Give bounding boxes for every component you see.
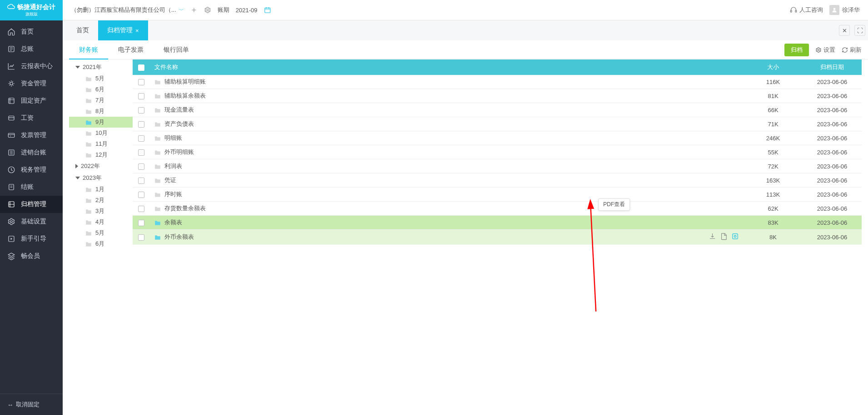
tree-year[interactable]: 2023年 — [69, 172, 133, 184]
download-icon[interactable] — [709, 232, 716, 242]
row-checkbox[interactable] — [138, 192, 144, 198]
row-checkbox[interactable] — [138, 135, 144, 142]
sidebar-item-0[interactable]: 首页 — [0, 23, 63, 40]
svg-rect-12 — [265, 8, 270, 13]
pdf-view-icon[interactable] — [731, 232, 739, 242]
inner-tab-0[interactable]: 财务账 — [69, 40, 108, 59]
calendar-icon[interactable] — [264, 6, 271, 14]
table-row[interactable]: 资产负债表71K2023-06-06 — [133, 117, 862, 131]
close-tab-button[interactable]: ✕ — [839, 25, 850, 36]
company-settings-button[interactable] — [204, 6, 211, 14]
inner-tab-2[interactable]: 银行回单 — [154, 40, 199, 59]
table-row[interactable]: 外币明细账55K2023-06-06 — [133, 145, 862, 159]
svg-rect-3 — [9, 116, 14, 120]
sidebar-item-2[interactable]: 云报表中心 — [0, 58, 63, 75]
tree-month[interactable]: 9月 — [69, 117, 133, 128]
tree-month[interactable]: 3月 — [69, 206, 133, 217]
tree-month[interactable]: 10月 — [69, 128, 133, 138]
file-name: 外币明细账 — [164, 148, 194, 156]
user-menu[interactable]: 徐泽华 — [829, 5, 860, 15]
sidebar-item-13[interactable]: 畅会员 — [0, 247, 63, 265]
table-row[interactable]: 凭证163K2023-06-06 — [133, 173, 862, 188]
row-checkbox[interactable] — [138, 149, 144, 156]
svg-point-9 — [10, 221, 13, 223]
file-size: 163K — [744, 173, 803, 188]
tree-month[interactable]: 5月 — [69, 227, 133, 238]
file-size: 55K — [744, 145, 803, 159]
table-row[interactable]: 现金流量表66K2023-06-06 — [133, 103, 862, 117]
folder-icon — [85, 187, 92, 192]
sidebar-item-label: 新手引导 — [21, 235, 46, 243]
tree-month[interactable]: 7月 — [69, 95, 133, 106]
row-checkbox[interactable] — [138, 107, 144, 114]
sidebar-item-1[interactable]: 总账 — [0, 40, 63, 58]
tree-month[interactable]: 8月 — [69, 106, 133, 117]
row-checkbox[interactable] — [138, 178, 144, 184]
company-selector[interactable]: （勿删）江西服宝精品有限责任公司（... ﹀ — [71, 6, 184, 14]
folder-icon — [85, 98, 92, 103]
col-header-name: 文件名称 — [150, 59, 744, 75]
file-size: 83K — [744, 216, 803, 230]
sidebar-item-10[interactable]: 归档管理 — [0, 196, 63, 213]
pdf-icon[interactable] — [720, 232, 728, 242]
fullscreen-button[interactable]: ⛶ — [854, 25, 865, 36]
row-checkbox[interactable] — [138, 220, 144, 226]
settings-button[interactable]: 设置 — [815, 46, 835, 54]
tree-month[interactable]: 6月 — [69, 238, 133, 249]
table-row[interactable]: 明细账246K2023-06-06 — [133, 131, 862, 145]
close-icon[interactable]: × — [135, 27, 139, 34]
support-link[interactable]: 人工咨询 — [790, 6, 823, 14]
refresh-button[interactable]: 刷新 — [842, 46, 862, 54]
select-all-checkbox[interactable] — [138, 64, 144, 71]
tree-month[interactable]: 2月 — [69, 195, 133, 206]
tree-year[interactable]: 2021年 — [69, 61, 133, 73]
row-checkbox[interactable] — [138, 79, 144, 85]
table-row[interactable]: 外币余额表8K2023-06-06 — [133, 230, 862, 245]
row-checkbox[interactable] — [138, 206, 144, 212]
table-row[interactable]: 余额表83K2023-06-06 — [133, 216, 862, 230]
inner-tab-1[interactable]: 电子发票 — [108, 40, 154, 59]
row-checkbox[interactable] — [138, 121, 144, 128]
caret-down-icon — [75, 177, 80, 179]
sidebar-icon — [7, 97, 15, 105]
file-date: 2023-06-06 — [803, 173, 862, 188]
table-row[interactable]: 序时账113K2023-06-06 — [133, 188, 862, 202]
sidebar-item-5[interactable]: 工资 — [0, 109, 63, 127]
sidebar-item-11[interactable]: 基础设置 — [0, 213, 63, 230]
sidebar-item-12[interactable]: 新手引导 — [0, 230, 63, 247]
tree-month[interactable]: 5月 — [69, 73, 133, 84]
sidebar-item-6[interactable]: 发票管理 — [0, 127, 63, 144]
unpin-sidebar[interactable]: ↔ 取消固定 — [0, 394, 63, 415]
tree-year[interactable]: 2022年 — [69, 160, 133, 172]
tree-month[interactable]: 11月 — [69, 138, 133, 149]
page-tab-0[interactable]: 首页 — [67, 20, 98, 40]
sidebar-item-7[interactable]: 进销台账 — [0, 144, 63, 161]
row-checkbox[interactable] — [138, 234, 144, 241]
tree-month[interactable]: 1月 — [69, 184, 133, 195]
row-checkbox[interactable] — [138, 163, 144, 170]
sidebar-item-label: 固定资产 — [21, 97, 46, 105]
sidebar-item-label: 发票管理 — [21, 131, 46, 139]
svg-rect-16 — [733, 234, 738, 239]
archive-button[interactable]: 归档 — [784, 44, 809, 56]
row-checkbox[interactable] — [138, 93, 144, 99]
sidebar-item-4[interactable]: 固定资产 — [0, 92, 63, 109]
tree-month[interactable]: 4月 — [69, 217, 133, 227]
sidebar-item-8[interactable]: 税务管理 — [0, 161, 63, 178]
avatar-icon — [829, 5, 839, 15]
folder-icon — [85, 119, 92, 125]
sidebar-item-9[interactable]: 结账 — [0, 178, 63, 196]
folder-icon — [85, 198, 92, 203]
table-row[interactable]: 存货数量余额表62K2023-06-06 — [133, 202, 862, 216]
sidebar-item-3[interactable]: 资金管理 — [0, 75, 63, 92]
page-tab-1[interactable]: 归档管理× — [98, 20, 148, 40]
add-company-button[interactable] — [190, 6, 198, 14]
table-row[interactable]: 辅助核算余额表81K2023-06-06 — [133, 89, 862, 103]
file-date: 2023-06-06 — [803, 117, 862, 131]
tree-month[interactable]: 6月 — [69, 84, 133, 95]
file-size: 72K — [744, 159, 803, 173]
table-row[interactable]: 利润表72K2023-06-06 — [133, 159, 862, 173]
tree-month[interactable]: 12月 — [69, 149, 133, 160]
gear-icon — [815, 47, 822, 53]
table-row[interactable]: 辅助核算明细账116K2023-06-06 — [133, 75, 862, 89]
